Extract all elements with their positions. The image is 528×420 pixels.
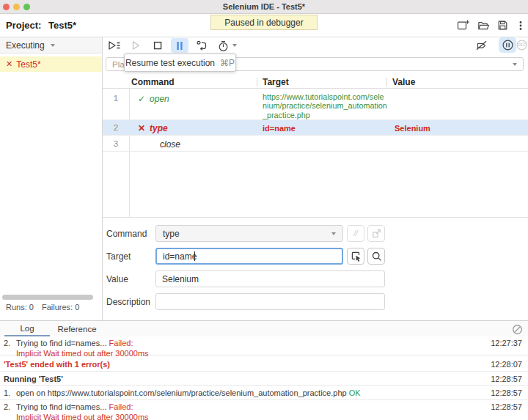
zoom-window-button[interactable] [23,4,30,10]
log-panel: Log Reference 2. Trying to find id=names… [0,320,528,420]
chevron-down-icon[interactable] [513,63,517,66]
tooltip-text: Resume test execution [125,58,215,68]
table-row[interactable]: 1 ✓open https://www.tutorialspoint.com/s… [103,89,528,120]
column-command: Command [131,77,175,87]
svg-text:REC: REC [518,43,526,47]
command-select[interactable]: type [155,225,343,242]
project-label: Project: [6,20,41,31]
disable-breakpoints-button[interactable] [472,37,490,53]
sidebar-scrollbar[interactable] [2,295,93,300]
playback-toolbar: REC [103,37,528,55]
log-entry: Running 'Test5' 12:28:57 [0,372,528,386]
sidebar-view-dropdown[interactable]: Executing [0,37,102,54]
tooltip-shortcut: ⌘P [220,58,235,68]
log-entry: 2. Trying to find id=names... Failed:Imp… [0,336,528,355]
text-cursor [194,251,195,261]
value-label: Value [106,274,128,284]
chevron-down-icon [331,232,336,235]
main-panel: REC Playback base URL Resume test execut… [103,37,528,320]
select-element-button[interactable] [347,248,364,265]
failures-count: Failures: 0 [42,303,79,312]
sidebar-test-item[interactable]: ✕ Test5* [0,56,102,72]
chevron-down-icon [51,44,55,47]
log-entry: 2. Trying to find id=names... Failed:Imp… [0,400,528,420]
step-over-button[interactable] [191,37,213,54]
table-row[interactable]: 3 close [103,136,528,152]
close-window-button[interactable] [3,4,10,10]
tab-log[interactable]: Log [4,321,50,336]
column-value: Value [392,77,415,87]
sidebar-test-name: Test5* [16,59,40,70]
resume-tooltip: Resume test execution ⌘P [124,54,236,72]
open-project-icon[interactable] [477,20,489,32]
record-button[interactable]: REC [514,37,528,53]
run-all-tests-button[interactable] [103,37,125,54]
column-target: Target [263,77,289,87]
minimize-window-button[interactable] [13,4,20,10]
clear-log-icon[interactable] [511,323,523,335]
tests-sidebar: Executing ✕ Test5* Runs: 0 Failures: 0 [0,37,103,320]
comment-toggle-button[interactable]: // [347,225,364,242]
run-current-test-button[interactable] [125,37,147,54]
command-label: Command [106,229,147,239]
commands-table: Command Target Value 1 ✓open https://www… [103,75,528,217]
project-name: Test5* [48,20,76,31]
tab-reference[interactable]: Reference [53,321,101,336]
more-menu-icon[interactable] [516,20,525,32]
pause-button[interactable] [169,37,191,54]
command-select-value: type [163,229,180,239]
sidebar-view-label: Executing [6,40,45,51]
log-tabbar: Log Reference [0,321,528,336]
target-input[interactable] [155,248,343,265]
test-speed-button[interactable] [213,37,241,54]
description-label: Description [106,297,150,307]
pass-check-icon: ✓ [138,94,145,104]
open-in-new-window-button[interactable] [367,225,385,242]
value-input[interactable] [155,270,385,287]
command-editor-form: Command type // Target Value [103,217,528,320]
table-header: Command Target Value [103,75,528,89]
runs-count: Runs: 0 [6,303,34,312]
window-titlebar: Selenium IDE - Test5* [0,0,528,14]
table-row[interactable]: 2 ✕type id=name Selenium [103,120,528,136]
paused-in-debugger-badge: Paused in debugger [210,15,318,30]
target-label: Target [106,251,131,262]
sidebar-stats: Runs: 0 Failures: 0 [6,303,79,312]
log-entry: 'Test5' ended with 1 error(s) 12:28:07 [0,355,528,372]
traffic-lights [3,4,30,10]
stop-button[interactable] [147,37,169,54]
test-failed-icon: ✕ [6,59,12,69]
project-header: Project: Test5* Paused in debugger [0,14,528,37]
save-project-icon[interactable] [497,20,508,31]
fail-x-icon: ✕ [138,123,145,133]
new-project-icon[interactable] [457,19,469,32]
log-entries: 2. Trying to find id=names... Failed:Imp… [0,336,528,420]
description-input[interactable] [155,293,385,310]
log-entry: 1. open on https://www.tutorialspoint.co… [0,386,528,400]
window-title: Selenium IDE - Test5* [223,2,305,11]
search-button[interactable] [367,248,385,265]
